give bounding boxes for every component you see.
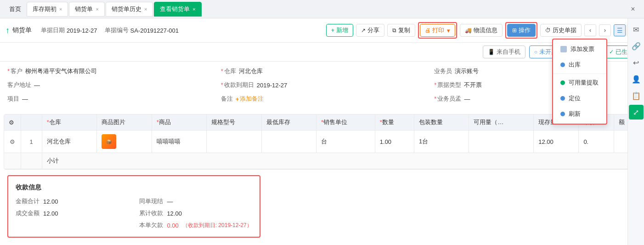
available-qty-label: 可用量提取 — [569, 79, 599, 87]
tab-sales-close[interactable]: × — [96, 6, 98, 12]
product-table-container: ⚙ *仓库 商品图片 *商品 规格型号 最低库存 *销售单位 *数量 包装数量 … — [4, 114, 640, 170]
amount-total-value: 12.00 — [43, 198, 58, 205]
locate-item[interactable]: 定位 — [553, 91, 606, 106]
mobile-status-btn[interactable]: 📱 来自手机 — [483, 46, 525, 58]
arrears-value: 0.00 — [167, 222, 178, 229]
settlement-label: 同单现结 — [139, 197, 163, 205]
th-row-num — [21, 114, 42, 131]
tab-sales-history[interactable]: 销货单历史 × — [106, 2, 153, 17]
td-min-stock — [261, 131, 316, 153]
sidebar-link-icon[interactable]: 🔗 — [629, 39, 644, 53]
sidebar-expand-icon[interactable]: ⤢ — [629, 105, 644, 120]
sidebar-user-icon[interactable]: 👤 — [629, 72, 644, 86]
remark-label: 备注 — [221, 95, 233, 103]
document-title-text: 销货单 — [12, 26, 32, 34]
locate-label: 定位 — [569, 94, 581, 103]
share-button[interactable]: ↗ 分享 — [356, 24, 384, 37]
next-button[interactable]: › — [599, 24, 611, 36]
sidebar-return-icon[interactable]: ↩ — [629, 55, 644, 70]
locate-icon — [560, 96, 565, 101]
th-spec: 规格型号 — [207, 114, 261, 131]
tab-sales-history-close[interactable]: × — [144, 6, 147, 12]
th-settings[interactable]: ⚙ — [4, 114, 21, 131]
table-row: ⚙ 1 河北仓库 📦 嘻嘻嘻嘻 台 1.00 1台 — [4, 131, 640, 153]
tab-sales-label: 销货单 — [75, 5, 93, 13]
list-view-button[interactable]: ☰ — [614, 24, 626, 36]
refresh-item[interactable]: 刷新 — [553, 106, 606, 122]
tab-inventory[interactable]: 库存期初 × — [27, 2, 68, 17]
salesperson2-value: — — [464, 96, 470, 103]
document-title: ↑ 销货单 — [6, 26, 32, 35]
logistics-button[interactable]: 🚚 物流信息 — [460, 24, 503, 37]
transaction-row: 成交金额 12.00 — [16, 209, 128, 217]
address-value: — — [34, 82, 40, 89]
tab-view-sales[interactable]: 查看销货单 × — [154, 2, 201, 17]
status-bar: 📱 来自手机 ○ 未开票 ✓ 已核销 ✓ 已生效 — [0, 43, 644, 62]
payment-grid: 金额合计 12.00 同单现结 — 成交金额 12.00 累计收款 12.00 — [16, 197, 252, 229]
operate-icon: ⊞ — [512, 27, 517, 34]
ticket-icon: ○ — [534, 49, 537, 55]
ticket-type-value: 不开票 — [464, 81, 482, 89]
form-row-1: 客户 柳州粤港平安气体有限公司 仓库 河北仓库 业务员 演示账号 — [7, 67, 637, 75]
sidebar-mail-icon[interactable]: ✉ — [629, 22, 644, 37]
td-subtotal-settings — [4, 153, 21, 169]
window-close-button[interactable]: × — [626, 2, 640, 17]
prev-button[interactable]: ‹ — [584, 24, 596, 36]
outbound-item[interactable]: 出库 — [553, 57, 606, 73]
td-settings[interactable]: ⚙ — [4, 131, 21, 153]
copy-button[interactable]: ⧉ 复制 — [387, 24, 415, 37]
payment-date-field: 收款到期日 2019-12-27 — [221, 81, 424, 89]
project-label: 项目 — [7, 95, 19, 103]
outbound-icon — [560, 63, 565, 67]
warehouse-value: 河北仓库 — [239, 67, 263, 75]
td-warehouse: 河北仓库 — [42, 131, 96, 153]
tab-home-label: 首页 — [9, 5, 21, 13]
payment-info-box: 收款信息 金额合计 12.00 同单现结 — 成交金额 12.00 — [7, 175, 260, 238]
outbound-label: 出库 — [569, 61, 581, 69]
payment-date-value: 2019-12-27 — [257, 82, 288, 89]
available-qty-item[interactable]: 可用量提取 — [553, 75, 606, 91]
th-min-stock: 最低库存 — [261, 114, 316, 131]
copy-icon: ⧉ — [392, 27, 396, 34]
project-field: 项目 — — [7, 95, 210, 103]
form-section: 客户 柳州粤港平安气体有限公司 仓库 河北仓库 业务员 演示账号 客户地址 — — [0, 62, 644, 114]
history-button[interactable]: ⏱ 历史单据 — [540, 24, 582, 37]
effective-icon: ✓ — [609, 49, 614, 55]
customer-field: 客户 柳州粤港平安气体有限公司 — [7, 67, 210, 75]
sidebar-clipboard-icon[interactable]: 📋 — [629, 88, 644, 103]
tab-home[interactable]: 首页 — [4, 2, 27, 17]
print-button-wrapper: 🖨 打印 ▾ — [418, 22, 457, 39]
right-sidebar: ✉ 🔗 ↩ 👤 📋 ⤢ — [627, 18, 644, 245]
settlement-value: — — [167, 198, 173, 205]
print-dropdown-arrow[interactable]: ▾ — [447, 27, 450, 34]
td-product: 嘻嘻嘻嘻 — [152, 131, 206, 153]
refresh-label: 刷新 — [569, 110, 581, 118]
mobile-icon: 📱 — [488, 49, 495, 55]
table-header: ⚙ *仓库 商品图片 *商品 规格型号 最低库存 *销售单位 *数量 包装数量 … — [4, 114, 640, 131]
print-button[interactable]: 🖨 打印 ▾ — [420, 24, 455, 37]
payment-title: 收款信息 — [16, 183, 252, 192]
th-unit: *销售单位 — [316, 114, 375, 131]
th-pack-qty: 包装数量 — [414, 114, 469, 131]
add-invoice-item[interactable]: 添加发票 — [553, 41, 606, 57]
print-icon: 🖨 — [425, 27, 430, 34]
available-qty-icon — [560, 80, 565, 85]
td-quantity: 1.00 — [375, 131, 414, 153]
add-remark-button[interactable]: 添加备注 — [236, 95, 264, 103]
tab-view-sales-close[interactable]: × — [192, 6, 195, 12]
sales-order-icon: ↑ — [6, 26, 10, 35]
cumulative-value: 12.00 — [167, 210, 182, 217]
operate-button[interactable]: ⊞ 操作 — [507, 24, 536, 37]
tab-bar: 首页 库存期初 × 销货单 × 销货单历史 × 查看销货单 × × — [0, 0, 644, 18]
td-available — [469, 131, 534, 153]
td-subtotal-label: 小计 — [42, 153, 639, 169]
tab-sales[interactable]: 销货单 × — [69, 2, 104, 17]
form-row-3: 项目 — 备注 添加备注 业务员孟 — — [7, 95, 637, 103]
td-row-num: 1 — [21, 131, 42, 153]
salesperson2-label: 业务员孟 — [434, 95, 461, 103]
td-price: 0. — [579, 131, 614, 153]
payment-date-label: 收款到期日 — [221, 81, 254, 89]
th-available: 可用量（… — [469, 114, 534, 131]
new-button[interactable]: + 新增 — [326, 24, 353, 37]
tab-inventory-close[interactable]: × — [59, 6, 62, 12]
